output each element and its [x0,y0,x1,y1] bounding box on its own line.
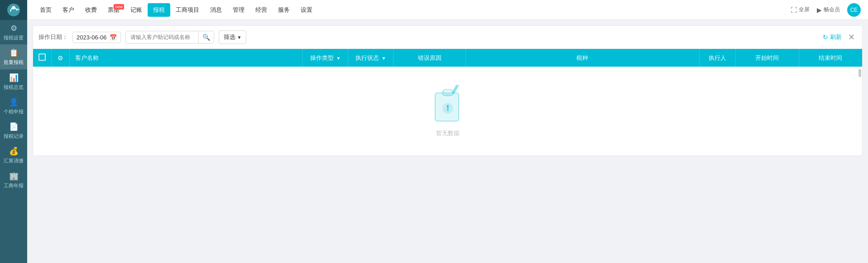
baoshui-zonglanjuan-label: 报税总览 [4,84,24,90]
new-badge: new [114,4,124,10]
nav-item-service[interactable]: 服务 [273,3,295,17]
member-icon: ▶ [817,6,822,14]
close-button[interactable]: ✕ [846,33,857,41]
baoshui-jilu-icon: 📄 [9,122,19,132]
topnav-right: ⛶ 全屏 ▶ 畅会员 CE [791,3,861,17]
empty-row: 暂无数据 [33,67,862,156]
fullscreen-icon: ⛶ [791,6,797,14]
gongshangnianb-label: 工商年报 [4,182,24,189]
geshui-shenbao-icon: 👤 [9,97,19,107]
nav-item-customer[interactable]: 客户 [57,3,80,17]
gongshangnianb-icon: 🏢 [9,171,19,181]
col-optype-header: 操作类型 ▼ [303,49,348,67]
user-avatar[interactable]: CE [847,3,861,17]
date-label: 操作日期： [38,33,68,41]
huisuan-qingsa-icon: 💰 [9,146,19,156]
sidebar: ⚙ 报税设置 📋 批量报税 📊 报税总览 👤 个税申报 📄 报税记录 💰 汇算清… [0,0,27,263]
refresh-icon: ↻ [823,34,828,41]
col-taxtype-header: 税种 [466,49,699,67]
nav-item-taxreport[interactable]: 报税 [148,3,170,17]
scrollbar-track[interactable] [858,69,861,77]
baoshui-zonglanjuan-icon: 📊 [9,73,19,83]
col-endtime-header: 结束时间 [799,49,862,67]
piliangshuishui-label: 批量报税 [4,59,24,65]
sidebar-item-baoshui-jilu[interactable]: 📄 报税记录 [0,118,27,143]
baoshui-jilu-label: 报税记录 [4,133,24,139]
refresh-button[interactable]: ↻ 刷新 [823,33,842,41]
topnav-items: 首页 客户 收费 票据 new 记账 报税 工商项目 消息 管理 经营 服务 设… [34,3,791,17]
nav-item-bizproject[interactable]: 工商项目 [170,3,205,17]
svg-point-1 [12,6,15,10]
col-check [33,49,52,67]
search-input[interactable] [126,32,198,43]
nav-item-management[interactable]: 经营 [250,3,273,17]
table-body: 暂无数据 [33,67,862,156]
status-filter-icon[interactable]: ▼ [382,56,386,61]
date-picker[interactable]: 2023-06-06 📅 [72,32,121,43]
col-name-header: 客户名称 [70,49,303,67]
toolbar: 操作日期： 2023-06-06 📅 🔍 筛选 ▼ [33,26,862,49]
geshui-shenbao-label: 个税申报 [4,108,24,115]
empty-state: 暂无数据 [42,85,853,137]
header-checkbox[interactable] [38,54,46,61]
baoshuishezhi-label: 报税设置 [4,34,24,41]
fullscreen-button[interactable]: ⛶ 全屏 [791,6,810,14]
empty-illustration [430,85,466,126]
page-content: 操作日期： 2023-06-06 📅 🔍 筛选 ▼ [27,20,868,263]
table-container: ⚙ 客户名称 操作类型 ▼ 执行状态 ▼ [33,49,862,156]
svg-point-7 [447,109,449,111]
col-starttime-header: 开始时间 [735,49,799,67]
empty-text: 暂无数据 [436,129,460,137]
calendar-icon: 📅 [110,34,117,41]
sidebar-item-piliangshuishui[interactable]: 📋 批量报税 [0,44,27,69]
table-header: ⚙ 客户名称 操作类型 ▼ 执行状态 ▼ [33,49,862,67]
col-executor-header: 执行人 [699,49,735,67]
nav-item-invoice[interactable]: 票据 new [102,3,125,17]
nav-item-message[interactable]: 消息 [205,3,227,17]
refresh-label: 刷新 [830,33,842,41]
col-setting: ⚙ [52,49,70,67]
chevron-down-icon: ▼ [237,35,242,40]
setting-icon[interactable]: ⚙ [58,54,63,62]
empty-state-cell: 暂无数据 [33,67,862,156]
member-button[interactable]: ▶ 畅会员 [817,6,840,14]
sidebar-logo [0,0,27,20]
filter-label: 筛选 [224,33,235,41]
logo-icon [7,3,20,17]
optype-filter-icon[interactable]: ▼ [336,56,341,61]
topnav: 首页 客户 收费 票据 new 记账 报税 工商项目 消息 管理 经营 服务 设… [27,0,868,20]
baoshuishezhi-icon: ⚙ [10,24,17,33]
huisuan-qingsa-label: 汇算清缴 [4,157,24,164]
piliangshuishui-icon: 📋 [9,48,19,58]
svg-rect-4 [443,89,452,93]
sidebar-item-baoshui-zonglanjuan[interactable]: 📊 报税总览 [0,69,27,94]
sidebar-item-gongshangnianb[interactable]: 🏢 工商年报 [0,168,27,192]
sidebar-item-baoshuishezhi[interactable]: ⚙ 报税设置 [0,20,27,44]
nav-item-settings[interactable]: 设置 [295,3,318,17]
col-status-header: 执行状态 ▼ [348,49,393,67]
svg-point-0 [7,4,20,16]
search-box: 🔍 [125,31,214,44]
main-area: 首页 客户 收费 票据 new 记账 报税 工商项目 消息 管理 经营 服务 设… [27,0,868,263]
sidebar-item-huisuan-qingsa[interactable]: 💰 汇算清缴 [0,143,27,167]
sidebar-item-geshui-shenbao[interactable]: 👤 个税申报 [0,94,27,118]
content-card: 操作日期： 2023-06-06 📅 🔍 筛选 ▼ [33,25,863,156]
date-value: 2023-06-06 [77,34,107,41]
col-errorreason-header: 错误原因 [393,49,466,67]
nav-item-fees[interactable]: 收费 [80,3,102,17]
search-button[interactable]: 🔍 [198,31,214,43]
svg-rect-6 [447,105,448,109]
header-row: ⚙ 客户名称 操作类型 ▼ 执行状态 ▼ [33,49,862,67]
app-container: ⚙ 报税设置 📋 批量报税 📊 报税总览 👤 个税申报 📄 报税记录 💰 汇算清… [0,0,868,263]
nav-item-manage[interactable]: 管理 [227,3,250,17]
nav-item-bookkeeping[interactable]: 记账 [125,3,148,17]
filter-button[interactable]: 筛选 ▼ [219,30,247,44]
data-table: ⚙ 客户名称 操作类型 ▼ 执行状态 ▼ [33,49,862,156]
nav-item-home[interactable]: 首页 [34,3,57,17]
